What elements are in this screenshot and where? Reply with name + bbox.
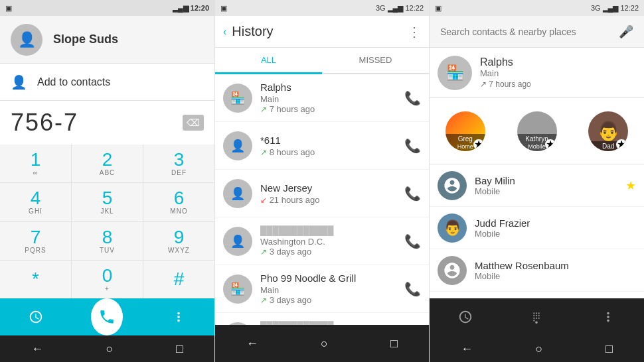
contact-item-bay[interactable]: Bay Milin Mobile ★ [430, 164, 644, 207]
avatar-icon: 👤 [18, 31, 36, 48]
dial-key-6[interactable]: 6 MNO [143, 183, 214, 221]
recents-button[interactable]: □ [176, 342, 183, 356]
sub-6: MNO [170, 208, 187, 215]
search-bar[interactable]: 🎤 [430, 16, 644, 48]
star-badge-greg: ★ [473, 139, 484, 150]
dial-key-0[interactable]: 0 + [72, 261, 143, 298]
featured-call-icon: ↗ [480, 80, 487, 89]
dial-key-4[interactable]: 4 GHI [0, 183, 71, 221]
sub-1: ∞ [33, 170, 38, 176]
sub-4: GHI [29, 208, 42, 215]
dial-key-3[interactable]: 3 DEF [143, 145, 214, 182]
history-name: ████████████ [260, 225, 396, 235]
contacts-recents-button[interactable]: □ [605, 342, 613, 356]
dial-key-star[interactable]: * [0, 261, 71, 298]
history-item[interactable]: 👤 ████████████ Washington D.C. ↗ 3 days … [215, 313, 429, 325]
contacts-home-button[interactable]: ○ [536, 342, 543, 356]
dial-key-1[interactable]: 1 ∞ [0, 145, 71, 182]
history-call-button[interactable]: 📞 [404, 138, 421, 154]
menu-button[interactable] [163, 301, 195, 333]
search-input[interactable] [440, 27, 611, 37]
dialpad: 1 ∞ 2 ABC 3 DEF 4 GHI 5 JKL 6 MNO 7 PQRS… [0, 145, 214, 298]
delete-button[interactable]: ⌫ [183, 115, 204, 131]
signal-icon: ▂▄▆ [173, 4, 189, 13]
dial-key-9[interactable]: 9 WXYZ [143, 222, 214, 260]
digit-9: 9 [174, 228, 185, 247]
phone-icon [98, 308, 116, 326]
back-chevron-icon[interactable]: ‹ [223, 26, 226, 38]
history-detail: Main ↗ 7 hours ago [260, 94, 396, 114]
contacts-dialpad-button[interactable] [529, 310, 544, 324]
dial-key-2[interactable]: 2 ABC [72, 145, 143, 182]
history-item[interactable]: 👤 ████████████ Washington D.C. ↗ 3 days … [215, 217, 429, 265]
history-status-left: ▣ [220, 4, 227, 13]
phone-status-bar: ▣ ▂▄▆ 12:20 [0, 0, 214, 16]
tab-missed[interactable]: MISSED [322, 48, 429, 74]
history-panel: ▣ 3G ▂▄▆ 12:22 ‹ History ⋮ ALL MISSED 🏪 … [214, 0, 429, 362]
mic-icon[interactable]: 🎤 [619, 25, 633, 39]
home-button[interactable]: ○ [106, 342, 114, 356]
history-avatar-dc: 👤 [223, 227, 252, 256]
history-detail: ↗ 8 hours ago [260, 147, 396, 157]
back-button[interactable]: ← [31, 342, 43, 356]
sub-8: TUV [100, 247, 115, 254]
contacts-back-button[interactable]: ← [461, 342, 473, 356]
clock-tab-button[interactable] [20, 301, 52, 333]
sub-2: ABC [100, 170, 116, 176]
dial-key-8[interactable]: 8 TUV [72, 222, 143, 260]
dial-key-hash[interactable]: # [143, 261, 214, 298]
phone-bottom-bar [0, 298, 214, 335]
featured-type: Main [480, 68, 531, 78]
history-detail: ↙ 21 hours ago [260, 195, 396, 205]
contacts-clock-icon [458, 310, 473, 324]
history-item[interactable]: 👤 New Jersey ↙ 21 hours ago 📞 [215, 170, 429, 217]
contacts-clock-button[interactable] [458, 310, 473, 324]
contact-item-judd[interactable]: 👨 Judd Frazier Mobile [430, 207, 644, 249]
history-more-icon[interactable]: ⋮ [408, 24, 421, 40]
digit-4: 4 [31, 189, 41, 208]
history-call-button[interactable]: 📞 [404, 90, 421, 106]
favorite-item-dad[interactable]: 👨 Dad ★ [572, 98, 644, 164]
tab-bar: ALL MISSED [215, 48, 429, 74]
history-time-text: 8 hours ago [270, 147, 315, 157]
fav-avatar-kathryn: KathrynMobile ★ [517, 111, 557, 151]
history-call-button[interactable]: 📞 [404, 233, 421, 249]
history-detail: Washington D.C. ↗ 3 days ago [260, 237, 396, 257]
contacts-more-button[interactable] [601, 310, 615, 324]
history-status-right: 3G ▂▄▆ 12:22 [376, 4, 424, 13]
contacts-signal: 3G ▂▄▆ [591, 4, 619, 12]
tab-all[interactable]: ALL [215, 48, 322, 74]
contact-type-bay: Mobile [475, 186, 617, 196]
history-call-button[interactable]: 📞 [404, 281, 421, 297]
digit-8: 8 [102, 228, 113, 247]
favorite-item-greg[interactable]: GregHome ★ [430, 98, 501, 164]
add-contact-row[interactable]: 👤 Add to contacts [0, 64, 214, 101]
featured-avatar: 🏪 [438, 56, 472, 90]
status-left: ▣ [5, 4, 12, 13]
dial-key-7[interactable]: 7 PQRS [0, 222, 71, 260]
featured-contact[interactable]: 🏪 Ralphs Main ↗ 7 hours ago [430, 48, 644, 98]
favorite-item-kathryn[interactable]: KathrynMobile ★ [501, 98, 573, 164]
history-item[interactable]: 🏪 Pho 99 Noodle & Grill Main ↗ 3 days ag… [215, 265, 429, 313]
contacts-status-right: 3G ▂▄▆ 12:22 [591, 4, 639, 13]
call-button[interactable] [91, 301, 123, 333]
history-home-button[interactable]: ○ [321, 337, 328, 351]
contact-header: 👤 Slope Suds [0, 16, 214, 64]
contact-name-regular: Suds [86, 32, 118, 46]
history-info-pho: Pho 99 Noodle & Grill Main ↗ 3 days ago [260, 272, 396, 305]
history-recents-button[interactable]: □ [390, 337, 398, 351]
contact-info-matthew: Matthew Rosenbaum Mobile [475, 260, 636, 281]
history-call-button[interactable]: 📞 [404, 186, 421, 202]
history-item[interactable]: 👤 *611 ↗ 8 hours ago 📞 [215, 122, 429, 170]
history-status-bar: ▣ 3G ▂▄▆ 12:22 [215, 0, 429, 16]
contact-item-matthew[interactable]: Matthew Rosenbaum Mobile [430, 249, 644, 292]
history-back-button[interactable]: ← [246, 337, 258, 351]
contacts-panel: ▣ 3G ▂▄▆ 12:22 🎤 🏪 Ralphs Main ↗ 7 hours… [429, 0, 644, 362]
contact-avatar-matthew [438, 256, 467, 285]
fav-avatar-greg: GregHome ★ [445, 111, 485, 151]
star-badge-kathryn: ★ [545, 139, 556, 150]
call-arrow-icon: ↗ [260, 296, 267, 305]
history-item[interactable]: 🏪 Ralphs Main ↗ 7 hours ago 📞 [215, 74, 429, 122]
dial-key-5[interactable]: 5 JKL [72, 183, 143, 221]
dialer-number-row: 756-7 ⌫ [0, 101, 214, 145]
